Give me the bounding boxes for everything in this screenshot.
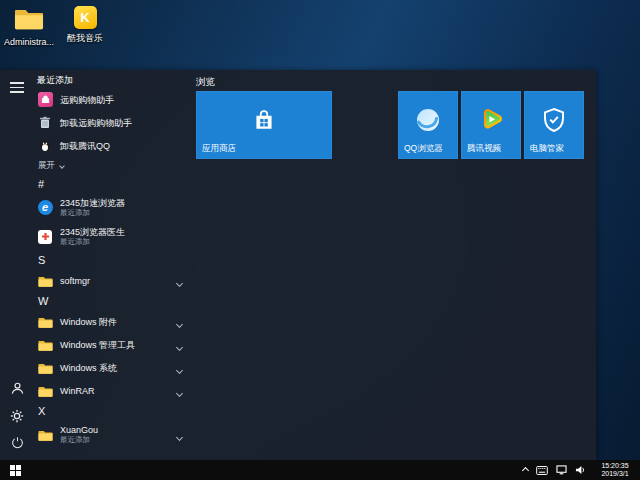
tile-tencent-video[interactable]: 腾讯视频: [461, 91, 521, 159]
start-button[interactable]: [0, 460, 30, 480]
expand-toggle[interactable]: 展开: [34, 157, 192, 175]
chevron-down-icon: [177, 359, 182, 377]
taskbar: 15:20:35 2019/3/1: [0, 460, 640, 480]
folder-icon: [37, 314, 53, 330]
tile-label: 电脑管家: [530, 143, 564, 155]
windows-logo-icon: [10, 465, 21, 476]
start-menu-rail: [0, 70, 34, 460]
desktop: Administra... K 酷我音乐: [0, 0, 640, 480]
hamburger-menu-button[interactable]: [10, 82, 24, 93]
letter-header-w[interactable]: W: [34, 292, 192, 310]
app-item-2345-browser[interactable]: e 2345加速浏览器 最近添加: [34, 193, 192, 222]
app-item-label: XuanGou: [60, 425, 98, 435]
folder-icon: [37, 337, 53, 353]
letter-header-x[interactable]: X: [34, 402, 192, 420]
power-button[interactable]: [9, 436, 25, 452]
system-tray: 15:20:35 2019/3/1: [523, 461, 640, 479]
shield-icon: [524, 91, 584, 149]
app-item-xuangou[interactable]: XuanGou 最近添加: [34, 420, 192, 449]
app-item-softmgr[interactable]: softmgr: [34, 269, 192, 292]
tile-label: 腾讯视频: [467, 143, 501, 155]
app-item-sublabel: 最近添加: [60, 435, 98, 444]
desktop-icon-label: 酷我音乐: [67, 32, 103, 45]
letter-header-s[interactable]: S: [34, 251, 192, 269]
2345-browser-icon: e: [37, 200, 53, 216]
tile-pc-manager[interactable]: 电脑管家: [524, 91, 584, 159]
tile-app-store[interactable]: 应用商店: [196, 91, 332, 159]
app-item-uninstall-yuangou[interactable]: 卸载远购购物助手: [34, 111, 192, 134]
desktop-icon-kuwo-music[interactable]: K 酷我音乐: [58, 6, 112, 45]
app-item-label: 远购购物助手: [60, 95, 114, 105]
app-item-2345-doctor[interactable]: 2345浏览器医生 最近添加: [34, 222, 192, 251]
app-item-label: 卸载远购购物助手: [60, 118, 132, 128]
app-item-windows-system[interactable]: Windows 系统: [34, 356, 192, 379]
folder-icon: [37, 360, 53, 376]
start-tiles-area: 浏览 应用商店: [192, 70, 596, 460]
app-item-yuangou-assistant[interactable]: 远购购物助手: [34, 88, 192, 111]
recent-added-header: 最近添加: [34, 72, 192, 88]
power-icon: [11, 435, 24, 453]
network-icon: [556, 461, 567, 479]
chevron-down-icon: [59, 163, 65, 169]
clock-time: 15:20:35: [594, 462, 636, 470]
folder-icon: [37, 383, 53, 399]
shopping-assistant-icon: [37, 92, 53, 108]
folder-icon: [14, 6, 44, 34]
chevron-up-icon: [522, 466, 529, 473]
letter-header-hash[interactable]: #: [34, 175, 192, 193]
app-item-label: 卸载腾讯QQ: [60, 141, 110, 151]
user-icon: [10, 381, 25, 400]
app-item-winrar[interactable]: WinRAR: [34, 379, 192, 402]
tile-qq-browser[interactable]: QQ浏览器: [398, 91, 458, 159]
store-bag-icon: [196, 91, 332, 149]
clock-date: 2019/3/1: [594, 470, 636, 478]
qq-penguin-icon: [37, 138, 53, 154]
app-item-sublabel: 最近添加: [60, 208, 125, 217]
app-item-label: 2345浏览器医生: [60, 227, 125, 237]
speaker-icon: [575, 461, 586, 479]
settings-button[interactable]: [9, 410, 25, 426]
user-account-button[interactable]: [9, 382, 25, 398]
uninstaller-icon: [37, 115, 53, 131]
folder-icon: [37, 427, 53, 443]
start-menu: 最近添加 远购购物助手: [0, 70, 596, 460]
app-item-uninstall-qq[interactable]: 卸载腾讯QQ: [34, 134, 192, 157]
start-app-list: 最近添加 远购购物助手: [34, 70, 192, 460]
network-button[interactable]: [556, 461, 567, 479]
tile-label: 应用商店: [202, 143, 236, 155]
chevron-down-icon: [177, 336, 182, 354]
volume-button[interactable]: [575, 461, 586, 479]
tile-group-title[interactable]: 浏览: [196, 73, 256, 90]
app-item-label: 2345加速浏览器: [60, 198, 125, 208]
app-item-label: Windows 系统: [60, 363, 117, 373]
folder-icon: [37, 273, 53, 289]
keyboard-icon: [536, 461, 548, 479]
kuwo-music-icon: K: [74, 6, 97, 29]
app-item-label: softmgr: [60, 276, 90, 286]
show-hidden-icons-button[interactable]: [523, 468, 528, 473]
desktop-icon-administrator[interactable]: Administra...: [2, 6, 56, 47]
chevron-down-icon: [177, 272, 182, 290]
app-item-label: Windows 管理工具: [60, 340, 135, 350]
app-item-windows-accessories[interactable]: Windows 附件: [34, 310, 192, 333]
qq-browser-icon: [398, 91, 458, 149]
chevron-down-icon: [177, 382, 182, 400]
app-item-sublabel: 最近添加: [60, 237, 125, 246]
app-item-label: WinRAR: [60, 386, 95, 396]
app-item-label: Windows 附件: [60, 317, 117, 327]
app-item-windows-admin-tools[interactable]: Windows 管理工具: [34, 333, 192, 356]
chevron-down-icon: [177, 426, 182, 444]
gear-icon: [10, 409, 24, 427]
play-icon: [461, 91, 521, 149]
chevron-down-icon: [177, 313, 182, 331]
browser-doctor-icon: [37, 229, 53, 245]
expand-label: 展开: [38, 160, 55, 172]
desktop-icon-label: Administra...: [4, 37, 54, 47]
taskbar-clock[interactable]: 15:20:35 2019/3/1: [594, 462, 636, 478]
touch-keyboard-button[interactable]: [536, 461, 548, 479]
tile-label: QQ浏览器: [404, 143, 443, 155]
